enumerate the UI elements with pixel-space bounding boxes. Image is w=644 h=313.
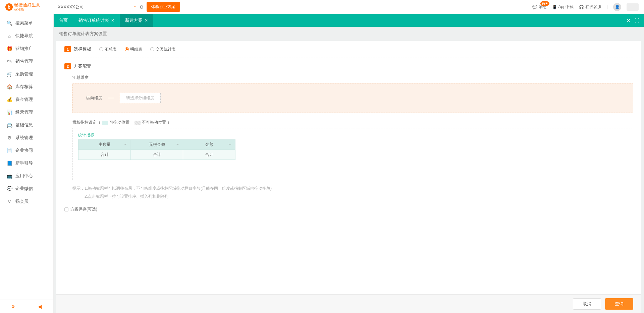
sidebar-item-label: 经营管理 — [15, 109, 33, 115]
step-2-badge: 2 — [64, 63, 71, 69]
indicator-title: 统计指标 — [78, 132, 628, 138]
sidebar-item-basic-info[interactable]: 📇基础信息 — [0, 119, 53, 131]
sidebar-item-funds[interactable]: 💰资金管理 — [0, 93, 53, 106]
wecom-icon: 💬 — [7, 186, 12, 191]
query-button[interactable]: 查询 — [605, 298, 633, 310]
vertical-dim-selector[interactable]: 请选择分组维度 — [120, 93, 161, 103]
settings-icon[interactable]: ⚙ — [140, 4, 144, 10]
sidebar-item-label: 企业微信 — [15, 186, 33, 192]
top-header: b 畅捷通好生意 标准版 XXXXXX公司 ﹀ ⚙ 体验行业方案 💬 消息 99… — [0, 0, 644, 14]
sidebar-footer: ⚙ ◀| — [0, 300, 53, 313]
save-option-label: 方案保存(可选) — [70, 206, 97, 212]
logo-icon: b — [5, 3, 13, 11]
sidebar-item-quick-nav[interactable]: ⌂快捷导航 — [0, 29, 53, 42]
radio-icon — [125, 47, 129, 51]
sidebar-item-label: 库存核算 — [15, 84, 33, 90]
indicator-area: 统计指标 主数量﹀无税金额﹀金额﹀ 合计合计合计 — [72, 128, 633, 180]
indicator-footer-cell: 合计 — [131, 150, 183, 160]
sidebar-item-inventory[interactable]: 🏠库存核算 — [0, 80, 53, 93]
online-service-button[interactable]: 🎧 在线客服 — [579, 4, 601, 10]
headset-icon: 🎧 — [579, 5, 584, 9]
fixed-swatch — [135, 121, 141, 125]
tab-close-all-icon[interactable]: ✕ — [627, 18, 631, 23]
indicator-header[interactable]: 无税金额﹀ — [131, 140, 183, 150]
marketing-icon: 🎁 — [7, 46, 12, 51]
hints: 提示：1.拖动标题栏可以调整布局，不可跨维度或指标区域拖动栏目字段(只能在同一维… — [72, 184, 633, 200]
dim-connector — [108, 98, 114, 98]
sidebar-item-purchase[interactable]: 🛒采购管理 — [0, 68, 53, 80]
sidebar-settings-icon[interactable]: ⚙ — [11, 304, 15, 309]
template-radio[interactable]: 汇总表 — [99, 47, 117, 52]
chevron-down-icon: ﹀ — [133, 5, 137, 9]
sidebar-item-search-menu[interactable]: 🔍搜索菜单 — [0, 17, 53, 29]
sidebar-item-sales[interactable]: 🛍销售管理 — [0, 55, 53, 68]
messages-button[interactable]: 💬 消息 99+ — [532, 4, 547, 10]
message-icon: 💬 — [532, 5, 537, 9]
sidebar-item-system[interactable]: ⚙系统管理 — [0, 131, 53, 144]
sidebar-item-marketing[interactable]: 🎁营销推广 — [0, 42, 53, 55]
save-checkbox[interactable] — [64, 207, 68, 211]
sidebar-item-wecom[interactable]: 💬企业微信 — [0, 182, 53, 195]
indicator-legend: 模板指标设定（ 可拖动位置 不可拖动位置 ） — [72, 120, 633, 125]
experience-button[interactable]: 体验行业方案 — [147, 2, 180, 12]
logo-brand: 畅捷通好生意 — [14, 2, 40, 8]
save-option[interactable]: 方案保存(可选) — [64, 206, 633, 212]
step-1-title: 选择模板 — [74, 46, 91, 52]
radio-label: 汇总表 — [105, 47, 117, 52]
radio-icon — [150, 47, 154, 51]
tab-label: 销售订单统计表 — [78, 17, 109, 23]
sales-icon: 🛍 — [7, 59, 12, 64]
tab-label: 新建方案 — [125, 17, 143, 23]
radio-icon — [99, 47, 103, 51]
chevron-down-icon[interactable]: ﹀ — [176, 142, 179, 147]
tab-close-icon[interactable]: ✕ — [111, 18, 114, 23]
sidebar-item-label: 畅会员 — [15, 198, 29, 204]
cancel-button[interactable]: 取消 — [573, 298, 601, 310]
indicator-footer-cell: 合计 — [183, 150, 235, 160]
tab[interactable]: 新建方案✕ — [120, 14, 153, 27]
summary-dim-label: 汇总维度 — [72, 75, 633, 80]
sidebar-item-apps[interactable]: 📺应用中心 — [0, 170, 53, 182]
chevron-down-icon[interactable]: ﹀ — [228, 142, 232, 147]
sidebar-item-business[interactable]: 📊经营管理 — [0, 106, 53, 119]
template-radio[interactable]: 明细表 — [125, 47, 142, 52]
search-menu-icon: 🔍 — [7, 20, 12, 26]
apps-icon: 📺 — [7, 173, 12, 179]
quick-nav-icon: ⌂ — [7, 33, 12, 39]
company-selector[interactable]: XXXXXX公司 ﹀ — [56, 3, 137, 11]
tab[interactable]: 首页 — [54, 14, 73, 27]
indicator-table: 主数量﹀无税金额﹀金额﹀ 合计合计合计 — [78, 139, 235, 160]
draggable-swatch — [102, 121, 108, 125]
sidebar-collapse-icon[interactable]: ◀| — [38, 304, 42, 309]
messages-badge: 99+ — [540, 1, 549, 6]
collab-icon: 📄 — [7, 148, 12, 153]
action-footer: 取消 查询 — [56, 294, 641, 313]
chevron-down-icon[interactable]: ﹀ — [124, 142, 127, 147]
sidebar-item-collab[interactable]: 📄企业协同 — [0, 144, 53, 157]
indicator-header[interactable]: 主数量﹀ — [78, 140, 131, 150]
sidebar-item-guide[interactable]: 📘新手引导 — [0, 157, 53, 170]
fullscreen-icon[interactable]: ⛶ — [635, 18, 639, 23]
page-title: 销售订单统计表方案设置 — [54, 27, 644, 41]
indicator-header[interactable]: 金额﹀ — [183, 140, 235, 150]
indicator-footer-cell: 合计 — [78, 150, 131, 160]
tab[interactable]: 销售订单统计表✕ — [73, 14, 120, 27]
sidebar-item-member[interactable]: V畅会员 — [0, 195, 53, 208]
step-1-row: 1 选择模板 汇总表明细表交叉统计表 — [64, 46, 633, 52]
app-download-button[interactable]: 📱 App下载 — [552, 4, 574, 10]
step-2-title: 方案配置 — [74, 63, 91, 69]
online-service-label: 在线客服 — [585, 4, 601, 10]
tab-close-icon[interactable]: ✕ — [145, 18, 148, 23]
sidebar-item-label: 应用中心 — [15, 173, 33, 179]
inventory-icon: 🏠 — [7, 84, 12, 89]
user-avatar[interactable]: 👤 — [613, 3, 621, 11]
template-radio[interactable]: 交叉统计表 — [150, 47, 176, 52]
basic-info-icon: 📇 — [7, 122, 12, 128]
user-menu[interactable] — [627, 3, 639, 11]
logo-edition: 标准版 — [14, 7, 40, 12]
vertical-dim-label: 纵向维度 — [86, 95, 102, 101]
phone-icon: 📱 — [552, 5, 557, 9]
dimension-box: 纵向维度 请选择分组维度 — [72, 83, 633, 113]
sidebar-item-label: 搜索菜单 — [15, 20, 33, 26]
sidebar-item-label: 资金管理 — [15, 97, 33, 103]
